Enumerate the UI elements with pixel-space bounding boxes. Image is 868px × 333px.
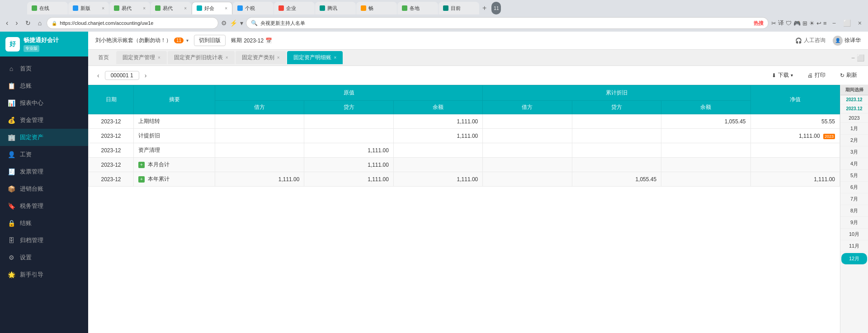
window-close[interactable]: × (855, 19, 864, 27)
pag-next-button[interactable]: › (143, 71, 149, 80)
period-month-8[interactable]: 8月 (840, 205, 868, 217)
back-button[interactable]: ‹ (4, 18, 10, 28)
tab-favicon-chang (361, 5, 366, 11)
dropdown-icon[interactable]: ▾ (240, 19, 243, 27)
undo-icon[interactable]: ↩ (816, 20, 821, 27)
period-month-10[interactable]: 10月 (840, 229, 868, 240)
window-maximize[interactable]: ⬜ (840, 19, 854, 27)
sidebar-label-reports: 报表中心 (20, 99, 43, 107)
tab-home[interactable]: 首页 (92, 51, 115, 64)
period-month-4[interactable]: 4月 (840, 158, 868, 170)
period-month-9[interactable]: 9月 (840, 217, 868, 229)
tab-close-yidai1[interactable]: × (143, 6, 146, 11)
cell-summary-5: + 本年累计 (134, 172, 215, 187)
browser-tab-mubiao[interactable]: 目前 (439, 2, 479, 14)
sidebar-item-invoice[interactable]: 🧾 发票管理 (0, 163, 88, 180)
tab-label-new: 新版 (80, 5, 99, 12)
pag-prev-button[interactable]: ‹ (95, 71, 101, 80)
browser-tab-chang[interactable]: 畅 (356, 2, 397, 14)
translate-icon[interactable]: 译 (778, 19, 784, 27)
tab-favicon-yidai2 (155, 5, 160, 11)
browser-tab-tax[interactable]: 个税 (233, 2, 274, 14)
switch-version-button[interactable]: 切到旧版 (194, 35, 226, 46)
company-selector[interactable]: 刘小艳演示账套（勿删勿动！） 11 ▾ (95, 37, 189, 44)
fund-nav-icon: 💰 (7, 117, 15, 124)
tab-asset-category[interactable]: 固定资产类别 × (236, 51, 286, 64)
tab-close-haohui[interactable]: × (225, 6, 227, 11)
download-button[interactable]: ⬇ 下载 ▾ (768, 70, 797, 81)
tab-close-new[interactable]: × (102, 6, 104, 11)
search-bar[interactable]: 🔍 央视更新主持人名单 热搜 (246, 17, 769, 29)
print-button[interactable]: 🖨 打印 (804, 70, 829, 81)
tab-favicon-mubiao (443, 5, 448, 11)
sidebar-item-fund[interactable]: 💰 资金管理 (0, 112, 88, 129)
browser-tab-online[interactable]: 在线 (27, 2, 68, 14)
cell-orig-credit-5: 1,111.00 (304, 172, 393, 187)
browser-tab-yidai1[interactable]: 易代 × (109, 2, 150, 14)
user-info[interactable]: 👤 徐译华 (833, 36, 861, 46)
browser-tab-gedi[interactable]: 各地 (397, 2, 438, 14)
period-month-1[interactable]: 1月 (840, 123, 868, 135)
tab-close-asset-detail[interactable]: × (334, 55, 337, 60)
search-icon: 🔍 (251, 20, 258, 26)
sidebar-item-settings[interactable]: ⚙ 设置 (0, 249, 88, 266)
tab-fixed-asset-mgmt[interactable]: 固定资产管理 × (116, 51, 167, 64)
tab-close-asset-category[interactable]: × (277, 55, 280, 60)
table-row[interactable]: 2023-12 上期结转 1,111.00 1,055.45 55.55 (89, 114, 840, 129)
browser-tab-yidai2[interactable]: 易代 × (151, 2, 191, 14)
sidebar-item-ledger[interactable]: 📋 总账 (0, 77, 88, 94)
period-month-5[interactable]: 5月 (840, 170, 868, 182)
period-month-7[interactable]: 7月 (840, 193, 868, 205)
browser-tab-haohui[interactable]: 好会 × (192, 2, 232, 14)
forward-button[interactable]: › (13, 18, 20, 28)
table-row-summary[interactable]: 2023-12 + 本年累计 1,111.00 1,111.00 1,111.0… (89, 172, 840, 187)
sidebar-item-guide[interactable]: 🌟 新手引导 (0, 266, 88, 283)
tab-depreciation-table[interactable]: 固定资产折旧统计表 × (168, 51, 235, 64)
tab-collapse-button[interactable]: − (851, 54, 855, 61)
service-button[interactable]: 🎧 人工咨询 (795, 37, 826, 44)
browser-tab-corp[interactable]: 企业 (274, 2, 315, 14)
browser-tab-new[interactable]: 新版 × (68, 2, 109, 14)
tab-close-depreciation-table[interactable]: × (226, 55, 228, 60)
period-month-3[interactable]: 3月 (840, 146, 868, 158)
grid-icon[interactable]: ⊞ (802, 20, 807, 27)
table-row[interactable]: 2023-12 计提折旧 1,111.00 1,111.00 (89, 129, 840, 143)
cell-net-value-2: 1,111.00 2023 (750, 129, 840, 143)
sidebar-item-archive[interactable]: 🗄 归档管理 (0, 232, 88, 249)
sidebar-item-reports[interactable]: 📊 报表中心 (0, 94, 88, 112)
sidebar-item-inventory[interactable]: 📦 进销台账 (0, 180, 88, 197)
period-month-12[interactable]: 12月 (841, 253, 867, 265)
cell-summary-1: 上期结转 (134, 114, 215, 129)
period-month-6[interactable]: 6月 (840, 182, 868, 193)
secure-icon: 🔒 (52, 21, 57, 26)
browser-tab-tencent[interactable]: 腾讯 (315, 2, 356, 14)
menu-icon[interactable]: ≡ (823, 20, 827, 27)
scissors-icon[interactable]: ✂ (771, 20, 776, 27)
cell-accum-debit-2 (483, 129, 572, 143)
sun-icon[interactable]: ☀ (809, 20, 815, 27)
sidebar-item-tax[interactable]: 🔖 税务管理 (0, 197, 88, 215)
home-browser-button[interactable]: ⌂ (36, 19, 44, 28)
search-text: 央视更新主持人名单 (260, 20, 751, 27)
archive-nav-icon: 🗄 (7, 237, 15, 244)
shield-browser-icon[interactable]: 🛡 (786, 20, 792, 27)
refresh-button[interactable]: ↻ 刷新 (836, 70, 861, 81)
refresh-browser-button[interactable]: ↻ (23, 19, 33, 28)
period-month-11[interactable]: 11月 (840, 240, 868, 252)
game-icon[interactable]: 🎮 (793, 20, 801, 27)
table-row[interactable]: 2023-12 资产清理 1,111.00 (89, 143, 840, 158)
calendar-icon[interactable]: 📅 (265, 38, 272, 44)
tab-close-yidai2[interactable]: × (184, 6, 187, 11)
sidebar-item-payroll[interactable]: 👤 工资 (0, 146, 88, 163)
new-tab-button[interactable]: + (480, 2, 489, 14)
tab-asset-detail[interactable]: 固定资产明细账 × (287, 51, 343, 64)
sidebar-item-home[interactable]: ⌂ 首页 (0, 60, 88, 77)
table-row-summary[interactable]: 2023-12 + 本月合计 1,111.00 (89, 158, 840, 172)
sidebar-item-fixed-assets[interactable]: 🏢 固定资产 (0, 129, 88, 146)
window-minimize[interactable]: − (830, 19, 839, 27)
address-bar[interactable]: 🔒 https://cloud.chanjet.com/accounting/u… (47, 17, 218, 29)
tab-expand-button[interactable]: ⬜ (857, 54, 864, 61)
sidebar-item-close[interactable]: 🔒 结账 (0, 215, 88, 232)
tab-close-fixed-asset-mgmt[interactable]: × (158, 55, 160, 60)
period-month-2[interactable]: 2月 (840, 135, 868, 146)
